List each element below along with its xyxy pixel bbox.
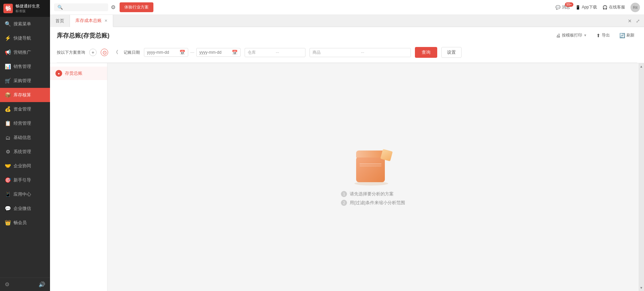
tab-close-icon[interactable]: ✕ — [104, 19, 107, 23]
purchase-icon: 🛒 — [5, 78, 11, 84]
sidebar-nav: 🔍 搜索菜单 ⚡ 快捷导航 📢 营销推广 📊 销售管理 🛒 采购管理 📦 库存核… — [0, 17, 50, 277]
topbar-search-box[interactable]: 🔍 — [54, 3, 108, 11]
scroll-down-icon[interactable]: ▼ — [640, 286, 643, 290]
filter-collapse-button[interactable]: 《 — [112, 49, 120, 56]
query-button[interactable]: 查询 — [415, 47, 437, 58]
date-end-field[interactable] — [199, 50, 230, 55]
tab-panel-expand-icon[interactable]: ⤢ — [635, 18, 641, 24]
topbar-search-input[interactable] — [64, 5, 98, 10]
tab-panel-close-icon[interactable]: ✕ — [626, 18, 633, 24]
user-profile[interactable]: Rit — [630, 3, 640, 12]
export-button[interactable]: ⬆ 导出 — [594, 31, 613, 40]
message-button[interactable]: 💬 消息 99+ — [555, 4, 570, 10]
quick-nav-icon: ⚡ — [5, 35, 11, 41]
sidebar-item-wechat-label: 企业微信 — [14, 205, 31, 212]
sidebar-item-quick-nav[interactable]: ⚡ 快捷导航 — [0, 31, 50, 45]
tip-1-text: 请先选择要分析的方案 — [350, 191, 394, 197]
date-label: 记账日期 — [124, 50, 140, 55]
finance-icon: 💰 — [5, 106, 11, 112]
left-panel-item-inventory-ledger[interactable]: ● 存货总账 — [50, 67, 107, 80]
sidebar-item-search-label: 搜索菜单 — [14, 21, 31, 27]
tab-inventory-cost[interactable]: 库存成本总账 ✕ — [70, 15, 113, 27]
sidebar-item-newbie-label: 新手引导 — [14, 177, 31, 183]
sidebar-item-newbie[interactable]: 🎯 新手引导 — [0, 173, 50, 187]
sidebar-item-system-label: 系统管理 — [14, 149, 31, 155]
tab-home[interactable]: 首页 — [50, 15, 70, 27]
inventory-ledger-label: 存货总账 — [65, 70, 82, 76]
sidebar-item-search[interactable]: 🔍 搜索菜单 — [0, 17, 50, 31]
date-end-input[interactable]: 📅 — [196, 48, 241, 57]
settings-footer-icon[interactable]: ⚙ — [5, 281, 9, 288]
empty-state: 1 请先选择要分析的方案 2 用[过滤]条件来缩小分析范围 — [341, 148, 405, 206]
refresh-label: 刷新 — [626, 32, 635, 38]
app-download-icon: 📱 — [575, 5, 580, 10]
left-panel: ● 存货总账 — [50, 63, 107, 291]
app-name: 畅捷通好生意 — [16, 4, 40, 9]
filter-row: 按以下方案查询 + ⊙ 《 记账日期 📅 — — [57, 47, 637, 58]
app-download-label: App下载 — [582, 4, 597, 10]
settings-button[interactable]: 设置 — [441, 47, 462, 58]
sidebar: 畅 畅捷通好生意 标准版 🔍 搜索菜单 ⚡ 快捷导航 📢 营销推广 📊 销售管理… — [0, 0, 50, 291]
sidebar-item-sales-label: 销售管理 — [14, 64, 31, 70]
tab-close-panel: ✕ ⤢ — [626, 18, 644, 24]
topbar: 🔍 ⚙ 体验行业方案 💬 消息 99+ 📱 App下载 🎧 在线客服 — [50, 0, 644, 15]
tip-2-number: 2 — [341, 200, 347, 206]
refresh-button[interactable]: 🔄 刷新 — [617, 31, 637, 40]
sidebar-item-business-label: 经营管理 — [14, 120, 31, 126]
filter-add-button[interactable]: + — [89, 49, 97, 56]
sidebar-item-sales[interactable]: 📊 销售管理 — [0, 59, 50, 74]
topbar-gear-icon[interactable]: ⚙ — [111, 4, 116, 10]
sidebar-item-member-label: 畅会员 — [14, 220, 27, 226]
box-body — [356, 157, 385, 182]
empty-tip-1: 1 请先选择要分析的方案 — [341, 191, 405, 197]
filter-scheme-text: 按以下方案查询 — [57, 50, 85, 55]
sidebar-item-finance[interactable]: 💰 资金管理 — [0, 102, 50, 116]
sidebar-item-system[interactable]: ⚙ 系统管理 — [0, 145, 50, 159]
newbie-icon: 🎯 — [5, 177, 11, 183]
export-icon: ⬆ — [596, 33, 600, 38]
date-start-input[interactable]: 📅 — [144, 48, 188, 57]
tip-2-text: 用[过滤]条件来缩小分析范围 — [350, 200, 405, 206]
main-content: 1 请先选择要分析的方案 2 用[过滤]条件来缩小分析范围 — [107, 63, 639, 291]
warehouse-select[interactable]: 仓库 ··· — [245, 48, 305, 57]
topbar-right: 💬 消息 99+ 📱 App下载 🎧 在线客服 Rit — [555, 3, 640, 12]
product-more-icon: ··· — [361, 50, 408, 55]
message-icon: 💬 — [555, 5, 561, 10]
sidebar-item-appcenter[interactable]: 📱 应用中心 — [0, 187, 50, 201]
main-area: 🔍 ⚙ 体验行业方案 💬 消息 99+ 📱 App下载 🎧 在线客服 — [50, 0, 644, 291]
calendar-end-icon[interactable]: 📅 — [232, 50, 238, 55]
speaker-footer-icon[interactable]: 🔊 — [39, 281, 45, 288]
print-template-button[interactable]: 🖨 按模板打印 ▼ — [553, 31, 590, 40]
sidebar-item-business[interactable]: 📋 经营管理 — [0, 116, 50, 130]
sidebar-item-purchase[interactable]: 🛒 采购管理 — [0, 74, 50, 88]
basic-icon: 🗂 — [5, 135, 11, 141]
industry-solution-button[interactable]: 体验行业方案 — [120, 2, 153, 12]
calendar-start-icon[interactable]: 📅 — [179, 50, 185, 55]
tab-home-label: 首页 — [55, 18, 64, 24]
product-select[interactable]: 商品 ··· — [309, 48, 411, 57]
filter-remove-button[interactable]: ⊙ — [101, 49, 108, 56]
page-header-top: 库存总账(存货总账) 🖨 按模板打印 ▼ ⬆ 导出 🔄 刷新 — [57, 31, 637, 40]
sidebar-item-basic[interactable]: 🗂 基础信息 — [0, 130, 50, 145]
sidebar-item-inventory[interactable]: 📦 库存核算 — [0, 88, 50, 102]
sidebar-item-basic-label: 基础信息 — [14, 135, 31, 141]
sidebar-item-quick-nav-label: 快捷导航 — [14, 35, 31, 41]
logo-text: 畅捷通好生意 标准版 — [16, 4, 40, 14]
sidebar-item-marketing[interactable]: 📢 营销推广 — [0, 45, 50, 59]
appcenter-icon: 📱 — [5, 191, 11, 197]
app-download-button[interactable]: 📱 App下载 — [575, 4, 597, 10]
wechat-icon: 💬 — [5, 205, 11, 212]
date-start-field[interactable] — [147, 50, 177, 55]
sidebar-item-wechat[interactable]: 💬 企业微信 — [0, 201, 50, 216]
enterprise-icon: 🤝 — [5, 163, 11, 169]
page-header-actions: 🖨 按模板打印 ▼ ⬆ 导出 🔄 刷新 — [553, 31, 637, 40]
app-version: 标准版 — [16, 9, 40, 13]
sidebar-item-member[interactable]: 👑 畅会员 — [0, 216, 50, 230]
online-service-button[interactable]: 🎧 在线客服 — [602, 4, 625, 10]
filter-bar: 按以下方案查询 + ⊙ 《 记账日期 📅 — — [57, 44, 637, 63]
export-label: 导出 — [602, 32, 610, 38]
headset-icon: 🎧 — [602, 5, 608, 10]
sidebar-item-inventory-label: 库存核算 — [14, 92, 31, 98]
sidebar-item-enterprise[interactable]: 🤝 企业协同 — [0, 159, 50, 173]
scroll-up-icon[interactable]: ▲ — [640, 65, 643, 68]
